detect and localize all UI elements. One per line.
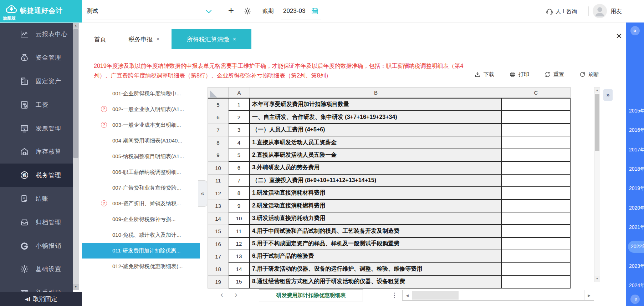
cell-a[interactable]: 3 bbox=[229, 124, 250, 136]
row-header[interactable]: 7 bbox=[208, 124, 229, 136]
cell-c[interactable] bbox=[502, 149, 571, 162]
cell-a[interactable]: 15 bbox=[229, 276, 250, 288]
tab-1[interactable]: 首页 bbox=[87, 29, 113, 49]
row-header[interactable]: 10 bbox=[208, 162, 229, 174]
row-header[interactable]: 18 bbox=[208, 263, 229, 276]
hscrollbar-thumb[interactable] bbox=[412, 291, 459, 300]
close-workspace-button[interactable]: × bbox=[613, 30, 625, 43]
year-item[interactable]: 2017年 bbox=[626, 140, 644, 160]
row-header[interactable]: 15 bbox=[208, 225, 229, 237]
sidebar-item[interactable]: 小畅报销 bbox=[0, 234, 73, 257]
user-name[interactable]: 用友 bbox=[610, 0, 622, 22]
sidebar-item[interactable]: ¥资金管理 bbox=[0, 46, 73, 70]
cell-c[interactable] bbox=[502, 225, 571, 237]
form-list-item[interactable]: 009-企业所得税弥补亏损... bbox=[82, 211, 200, 227]
download-button[interactable]: 下载 bbox=[474, 71, 494, 78]
year-item[interactable]: 2021年 bbox=[626, 218, 644, 237]
cell-b[interactable]: 6.用于试制产品的检验费 bbox=[250, 250, 502, 263]
cell-b[interactable]: 2.直接从事研发活动人员五险一金 bbox=[250, 149, 502, 162]
form-list-item[interactable]: 004-期间费用明细表(A1040... bbox=[82, 133, 200, 149]
row-header[interactable]: 8 bbox=[208, 136, 229, 149]
cell-c[interactable] bbox=[502, 99, 571, 111]
form-list-item[interactable]: ?003-一般企业成本支出明细... bbox=[82, 117, 200, 133]
form-list-item[interactable]: 001-企业所得税年度纳税申... bbox=[82, 86, 200, 101]
form-list-item[interactable]: 007-广告费和业务宣传费跨... bbox=[82, 180, 200, 196]
help-icon[interactable]: ? bbox=[101, 200, 107, 206]
sidebar-item[interactable]: 基础设置 bbox=[0, 257, 73, 281]
avatar[interactable] bbox=[593, 4, 607, 18]
cell-a[interactable]: 9 bbox=[229, 200, 250, 212]
sheet-vertical-scrollbar[interactable]: ▲ ▼ bbox=[594, 87, 600, 282]
year-item[interactable]: 2020年 bbox=[626, 198, 644, 217]
sidebar-scrollbar[interactable]: ▲ ▼ bbox=[73, 22, 79, 290]
next-sheet-button[interactable]: › bbox=[231, 288, 241, 302]
settings-gear-icon[interactable] bbox=[243, 7, 252, 15]
sidebar-item[interactable]: ¥结账 bbox=[0, 187, 73, 211]
cell-c[interactable] bbox=[502, 124, 571, 136]
cell-b[interactable]: 一、自主研发、合作研发、集中研发 (3+7+16+19+23+34) bbox=[250, 111, 502, 124]
form-list-item[interactable]: ?002-一般企业收入明细表(A1... bbox=[82, 101, 200, 117]
year-item[interactable]: 2022年 bbox=[626, 237, 644, 256]
cell-a[interactable]: 13 bbox=[229, 250, 250, 263]
sidebar-item[interactable]: 云报表中心 bbox=[0, 22, 73, 46]
cell-a[interactable]: 4 bbox=[229, 136, 250, 149]
scroll-years-up-button[interactable]: « bbox=[630, 26, 640, 35]
cell-a[interactable]: 10 bbox=[229, 212, 250, 225]
cell-c[interactable] bbox=[502, 175, 571, 187]
cell-c[interactable] bbox=[502, 136, 571, 149]
cell-b[interactable]: 3.研发活动直接消耗动力费用 bbox=[250, 212, 502, 225]
cell-a[interactable]: 2 bbox=[229, 111, 250, 124]
cell-a[interactable]: 8 bbox=[229, 187, 250, 200]
cell-c[interactable] bbox=[502, 111, 571, 124]
tab-2[interactable]: 税务申报× bbox=[121, 29, 168, 49]
cell-a[interactable]: 1 bbox=[229, 99, 250, 111]
cell-c[interactable] bbox=[502, 263, 571, 276]
sheet-tab[interactable]: 研发费用加计扣除优惠明细表 bbox=[259, 289, 363, 301]
sheet-scrollbar-thumb[interactable] bbox=[595, 94, 599, 151]
form-list-item[interactable]: 012-减免所得税优惠明细表(... bbox=[82, 259, 200, 274]
cell-a[interactable]: 11 bbox=[229, 225, 250, 237]
scroll-years-down-button[interactable]: « bbox=[630, 295, 640, 304]
cell-c[interactable] bbox=[502, 250, 571, 263]
scroll-left-icon[interactable]: ◀ bbox=[403, 290, 412, 300]
cell-a[interactable]: 5 bbox=[229, 149, 250, 162]
sidebar-scrollbar-thumb[interactable] bbox=[73, 29, 78, 158]
row-header[interactable]: 11 bbox=[208, 175, 229, 187]
cell-a[interactable]: 12 bbox=[229, 238, 250, 250]
cell-a[interactable]: 14 bbox=[229, 263, 250, 276]
cell-a[interactable]: 7 bbox=[229, 175, 250, 187]
column-header-b[interactable]: B bbox=[250, 87, 502, 97]
unpin-sidebar-button[interactable]: ◀ 取消固定 bbox=[0, 292, 82, 306]
period-value[interactable]: 2023-03 bbox=[283, 0, 305, 22]
more-options-icon[interactable]: ⋮ bbox=[391, 290, 398, 301]
cell-a[interactable]: 6 bbox=[229, 162, 250, 174]
cell-b[interactable]: 8.通过经营租赁方式租入的用于研发活动的仪器、设备租赁费 bbox=[250, 276, 502, 288]
year-item[interactable]: 2024年 bbox=[626, 276, 644, 295]
support-link[interactable]: 人工咨询 bbox=[556, 0, 577, 22]
cell-b[interactable]: 3.外聘研发人员的劳务费用 bbox=[250, 162, 502, 174]
calendar-icon[interactable] bbox=[311, 7, 319, 15]
scroll-up-icon[interactable]: ▲ bbox=[594, 87, 600, 93]
collapse-panel-handle[interactable]: « bbox=[198, 180, 207, 207]
row-header[interactable]: 5 bbox=[208, 99, 229, 111]
account-set-select[interactable]: 测试 bbox=[87, 0, 98, 22]
scroll-down-icon[interactable]: ▼ bbox=[73, 284, 79, 290]
form-list-item[interactable]: 010-免税、减计收入及加计... bbox=[82, 227, 200, 243]
row-header[interactable]: 14 bbox=[208, 212, 229, 225]
row-header[interactable]: 16 bbox=[208, 238, 229, 250]
reset-button[interactable]: 重置 bbox=[544, 71, 564, 78]
year-item[interactable]: 2015年 bbox=[626, 101, 644, 121]
cell-c[interactable] bbox=[502, 200, 571, 212]
form-list-item[interactable]: 011-研发费用加计扣除优惠... bbox=[82, 243, 200, 259]
form-list-item[interactable]: 006-职工薪酬纳税调整明细... bbox=[82, 164, 200, 180]
cell-b[interactable]: 4.用于中间试验和产品试制的模具、工艺装备开发及制造费 bbox=[250, 225, 502, 237]
year-item[interactable]: 2018年 bbox=[626, 160, 644, 179]
prev-sheet-button[interactable]: ‹ bbox=[217, 288, 227, 302]
sidebar-item[interactable]: 库存核算 bbox=[0, 140, 73, 164]
refresh-button[interactable]: 刷新 bbox=[579, 71, 599, 78]
cell-b[interactable]: 1.研发活动直接消耗材料费用 bbox=[250, 187, 502, 200]
column-header-a[interactable]: A bbox=[229, 87, 250, 97]
scroll-right-icon[interactable]: ▶ bbox=[584, 290, 594, 300]
row-header[interactable]: 9 bbox=[208, 149, 229, 162]
row-header[interactable]: 19 bbox=[208, 276, 229, 288]
